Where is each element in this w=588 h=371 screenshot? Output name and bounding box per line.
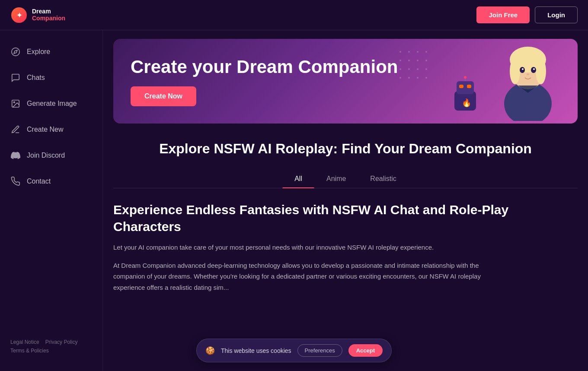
create-icon [10, 124, 21, 135]
svg-point-13 [425, 60, 427, 61]
logo[interactable]: ✦ Dream Companion [10, 6, 65, 24]
chat-icon [10, 73, 21, 83]
svg-rect-34 [457, 81, 474, 94]
layout: Explore Chats [0, 0, 588, 308]
discord-icon [10, 150, 21, 161]
tab-realistic[interactable]: Realistic [358, 170, 408, 188]
accept-button[interactable]: Accept [348, 344, 383, 357]
svg-point-27 [536, 58, 546, 84]
svg-point-10 [399, 60, 401, 61]
content-section: Experience Endless Fantasies with NSFW A… [113, 201, 578, 293]
svg-text:🔥: 🔥 [462, 98, 472, 108]
svg-point-15 [408, 68, 410, 70]
logo-icon: ✦ [10, 6, 28, 24]
svg-point-29 [531, 67, 536, 73]
compass-icon [10, 47, 21, 57]
svg-point-38 [464, 76, 467, 79]
login-button[interactable]: Login [535, 6, 578, 23]
svg-point-8 [417, 51, 419, 53]
chats-label: Chats [27, 74, 45, 82]
preferences-button[interactable]: Preferences [297, 344, 342, 357]
join-discord-label: Join Discord [27, 152, 65, 159]
join-free-button[interactable]: Join Free [476, 6, 530, 23]
tab-anime[interactable]: Anime [314, 170, 358, 188]
svg-point-17 [425, 68, 427, 70]
svg-point-18 [399, 77, 401, 79]
explore-section-heading: Explore NSFW AI Roleplay: Find Your Drea… [113, 141, 578, 157]
generate-image-label: Generate Image [27, 100, 77, 108]
tab-all[interactable]: All [282, 170, 314, 188]
create-new-label: Create New [27, 126, 63, 133]
header-buttons: Join Free Login [476, 6, 578, 23]
create-now-button[interactable]: Create Now [131, 86, 196, 106]
svg-point-28 [520, 67, 525, 73]
hero-image-area: 🔥 [439, 39, 578, 124]
svg-point-6 [399, 51, 401, 53]
privacy-policy-link[interactable]: Privacy Policy [45, 339, 78, 345]
svg-rect-35 [459, 85, 463, 88]
sidebar-item-create-new[interactable]: Create New [0, 117, 102, 143]
mascot-svg: 🔥 [444, 76, 487, 119]
hero-title: Create your Dream Companion [131, 56, 398, 78]
svg-point-20 [417, 77, 419, 79]
svg-text:✦: ✦ [16, 12, 22, 19]
svg-point-21 [425, 77, 427, 79]
dot-decoration [396, 48, 431, 84]
content-heading: Experience Endless Fantasies with NSFW A… [113, 201, 578, 235]
svg-point-7 [408, 51, 410, 53]
logo-dream-text: Dream [32, 8, 65, 15]
svg-point-11 [408, 60, 410, 61]
svg-point-32 [527, 73, 529, 75]
svg-point-31 [533, 68, 535, 70]
hero-banner: Create your Dream Companion Create Now [113, 39, 578, 124]
cookie-text: This website uses cookies [221, 347, 291, 354]
svg-point-9 [425, 51, 427, 53]
terms-link[interactable]: Terms & Policies [10, 348, 92, 354]
sidebar-nav: Explore Chats [0, 39, 102, 194]
svg-rect-36 [467, 85, 471, 88]
legal-notice-link[interactable]: Legal Notice [10, 339, 39, 345]
contact-label: Contact [27, 178, 51, 185]
tabs: All Anime Realistic [113, 170, 578, 188]
hero-content: Create your Dream Companion Create Now [131, 56, 398, 106]
svg-marker-3 [14, 50, 17, 54]
svg-point-12 [417, 60, 419, 61]
svg-point-14 [399, 68, 401, 70]
cookie-icon: 🍪 [205, 346, 215, 355]
explore-label: Explore [27, 48, 50, 56]
cookie-banner: 🍪 This website uses cookies Preferences … [196, 339, 392, 362]
sidebar-item-chats[interactable]: Chats [0, 65, 102, 91]
sidebar-item-explore[interactable]: Explore [0, 39, 102, 65]
header: ✦ Dream Companion Join Free Login [0, 0, 588, 30]
sidebar-footer: Legal Notice Privacy Policy Terms & Poli… [0, 330, 102, 362]
content-paragraph-2: At Dream Companion advanced deep-learnin… [113, 260, 502, 293]
svg-point-30 [522, 68, 524, 70]
svg-point-2 [12, 48, 19, 56]
main-content: Create your Dream Companion Create Now [103, 30, 588, 308]
content-paragraph-1: Let your AI companion take care of your … [113, 242, 502, 253]
sidebar: Explore Chats [0, 30, 103, 371]
image-icon [10, 98, 21, 109]
svg-point-5 [13, 101, 15, 103]
svg-point-19 [408, 77, 410, 79]
contact-icon [10, 176, 21, 187]
svg-point-16 [417, 68, 419, 70]
sidebar-item-generate-image[interactable]: Generate Image [0, 91, 102, 117]
svg-point-26 [510, 58, 520, 84]
sidebar-item-contact[interactable]: Contact [0, 168, 102, 194]
logo-companion-text: Companion [32, 15, 65, 22]
sidebar-item-join-discord[interactable]: Join Discord [0, 143, 102, 168]
